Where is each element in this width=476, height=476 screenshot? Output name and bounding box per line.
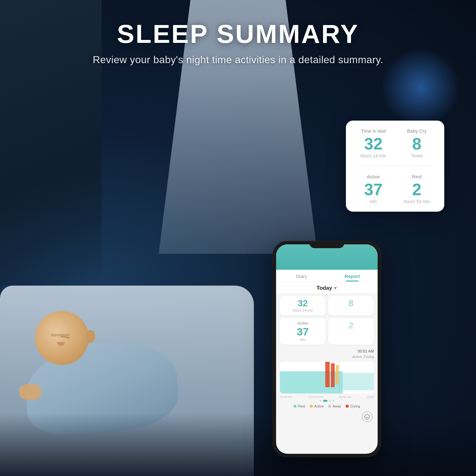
svg-point-8 — [368, 416, 368, 417]
card-unit-active: min — [355, 199, 392, 204]
page-subtitle: Review your baby's night time activities… — [0, 54, 476, 66]
legend-rest: Rest — [294, 404, 305, 408]
legend-crying-dot — [346, 405, 349, 408]
stat-unit-active: min — [284, 338, 322, 341]
timeline-activity: Active, Crying — [280, 355, 374, 359]
dot-4 — [333, 400, 334, 402]
svg-rect-3 — [336, 365, 339, 384]
phone-nav: Diary Report — [276, 270, 378, 282]
card-divider — [355, 166, 435, 166]
dot-1 — [320, 400, 321, 402]
legend-active-label: Active — [314, 404, 324, 408]
sleep-chart — [280, 362, 374, 393]
tab-report[interactable]: Report — [327, 270, 378, 281]
floating-stats-card: Time in bed 32 hours 14 min Baby Cry 8 T… — [346, 121, 444, 212]
background — [0, 0, 476, 476]
stat-card-active: Active 37 min — [280, 318, 326, 345]
card-label-active: Active — [355, 174, 392, 179]
svg-rect-4 — [341, 373, 374, 390]
card-unit-rest: hours 53 min — [398, 199, 435, 204]
phone-screen: Diary Report Today 32 hours 14 min — [276, 244, 378, 454]
legend-active: Active — [310, 404, 324, 408]
phone-notch — [309, 241, 344, 248]
svg-point-7 — [366, 416, 367, 417]
timeline-time: 00:01 AM — [280, 349, 374, 354]
legend-crying-label: Crying — [350, 404, 360, 408]
legend-away: Away — [328, 404, 341, 408]
phone-bottom-bar — [276, 411, 378, 425]
card-stats-grid: Time in bed 32 hours 14 min Baby Cry 8 T… — [355, 128, 435, 204]
phone-outer: Diary Report Today 32 hours 14 min — [273, 241, 381, 457]
card-stat-rest: Rest 2 hours 53 min — [398, 174, 435, 204]
card-value-active: 37 — [355, 181, 392, 198]
legend-crying: Crying — [346, 404, 360, 408]
card-stat-time-in-bed: Time in bed 32 hours 14 min — [355, 128, 392, 158]
stat-value-cry: 8 — [332, 299, 370, 308]
card-value-time-in-bed: 32 — [355, 136, 392, 152]
stat-value-time: 32 — [284, 299, 322, 308]
page-title: SLEEP SUMMARY — [0, 19, 476, 49]
legend-away-label: Away — [333, 404, 341, 408]
phone-mockup: Diary Report Today 32 hours 14 min — [273, 241, 381, 457]
stat-card-cry: 8 — [328, 296, 374, 315]
svg-point-6 — [365, 414, 370, 419]
stat-card-time: 32 hours 14 min — [280, 296, 326, 315]
card-value-baby-cry: 8 — [398, 136, 435, 152]
svg-rect-1 — [325, 362, 330, 387]
header: SLEEP SUMMARY Review your baby's night t… — [0, 19, 476, 66]
card-label-time-in-bed: Time in bed — [355, 128, 392, 134]
legend-active-dot — [310, 405, 313, 408]
card-stat-active: Active 37 min — [355, 174, 392, 204]
timeline-label-area: 00:01 AM Active, Crying — [276, 347, 378, 360]
stats-grid: 32 hours 14 min 8 Active 37 min 2 — [276, 293, 378, 347]
card-stat-baby-cry: Baby Cry 8 Times — [398, 128, 435, 158]
card-label-rest: Rest — [398, 174, 435, 179]
today-selector[interactable]: Today — [276, 282, 378, 293]
page-dots — [276, 399, 378, 403]
stat-value-rest: 2 — [332, 321, 370, 330]
card-unit-baby-cry: Times — [398, 153, 435, 158]
tab-diary[interactable]: Diary — [276, 270, 327, 281]
legend-rest-dot — [294, 405, 297, 408]
chart-legend: Rest Active Away Crying — [276, 403, 378, 411]
dot-3 — [329, 400, 331, 402]
dot-2-active — [323, 400, 327, 402]
card-value-rest: 2 — [398, 181, 435, 198]
settings-button[interactable] — [362, 411, 373, 422]
card-label-baby-cry: Baby Cry — [398, 128, 435, 134]
legend-rest-label: Rest — [298, 404, 305, 408]
legend-away-dot — [328, 405, 331, 408]
chart-axis: 10:00 PM -1)10:00 PM 04:00 AM 10:00 — [276, 395, 378, 399]
stat-label-active: Active — [284, 321, 322, 326]
dropdown-arrow-icon — [334, 287, 337, 289]
stat-unit-time: hours 14 min — [284, 308, 322, 312]
stat-value-active: 37 — [284, 326, 322, 337]
svg-rect-2 — [331, 363, 335, 387]
stat-card-rest: 2 — [328, 318, 374, 345]
card-unit-time-in-bed: hours 14 min — [355, 153, 392, 158]
phone-header-bar — [276, 244, 378, 270]
